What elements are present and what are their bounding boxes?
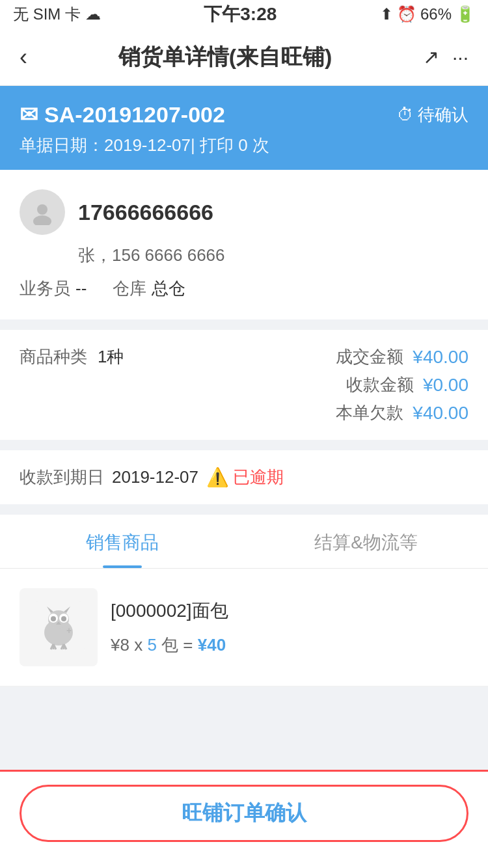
amount-row-0: 成交金额 ¥40.00 [336,346,468,368]
clock-icon: ⏱ [397,105,414,125]
overdue-icon: ⚠️ [206,467,229,488]
overdue-badge: ⚠️ 已逾期 [206,466,284,489]
overdue-text: 已逾期 [233,466,284,489]
battery-icon: 🔋 [455,5,475,23]
customer-phone: 17666666666 [78,200,213,225]
svg-point-10 [61,616,66,621]
product-type-label: 商品种类 [20,346,87,368]
sim-signal: 无 SIM 卡 ☁ [13,4,101,25]
status-left: 无 SIM 卡 ☁ [13,4,101,25]
tab-products[interactable]: 销售商品 [0,515,244,568]
product-section: + [0000002]面包 ¥8 x 5 包 = ¥40 [0,569,488,686]
amount-label-1: 收款金额 [346,373,414,396]
total-price: ¥40 [198,635,226,655]
amount-row-2: 本单欠款 ¥40.00 [336,401,468,424]
amount-value-1: ¥0.00 [423,375,468,396]
status-badge: ⏱ 待确认 [397,103,468,126]
amounts: 成交金额 ¥40.00 收款金额 ¥0.00 本单欠款 ¥40.00 [336,346,468,424]
svg-point-1 [33,215,51,225]
amount-label-2: 本单欠款 [336,401,403,424]
unit: 包 [161,635,178,655]
amount-value-0: ¥40.00 [413,347,468,368]
warehouse-item: 仓库 总仓 [113,277,185,300]
nav-actions: ↗ ··· [423,46,468,68]
quantity: 5 [147,635,156,655]
status-time: 下午3:28 [204,2,277,27]
due-label: 收款到期日 [20,466,104,489]
page-title: 销货单详情(来自旺铺) [118,42,332,72]
status-bar: 无 SIM 卡 ☁ 下午3:28 ⬆ ⏰ 66% 🔋 [0,0,488,29]
amount-row-1: 收款金额 ¥0.00 [346,373,468,396]
back-button[interactable]: ‹ [20,44,27,71]
location-icon: ⬆ [380,5,393,23]
product-thumbnail: + [20,588,98,666]
avatar [20,189,65,235]
unit-price: ¥8 [111,635,129,655]
warehouse-label: 仓库 [113,277,146,300]
tabs-section: 销售商品 结算&物流等 [0,515,488,569]
svg-point-0 [37,204,47,215]
equals-sign: = [183,635,197,655]
tab-settlement[interactable]: 结算&物流等 [244,515,488,568]
customer-section: 17666666666 张，156 6666 6666 业务员 -- 仓库 总仓 [0,170,488,319]
order-date: 单据日期：2019-12-07| 打印 0 次 [20,134,468,157]
bottom-button-container: 旺铺订单确认 [0,770,488,868]
salesman-label: 业务员 [20,277,70,300]
product-type-value: 1种 [98,346,124,368]
amount-value-2: ¥40.00 [413,403,468,424]
product-type: 商品种类 1种 [20,346,124,368]
summary-section: 商品种类 1种 成交金额 ¥40.00 收款金额 ¥0.00 本单欠款 ¥40.… [0,330,488,440]
salesman-item: 业务员 -- [20,277,87,300]
due-date-value: 2019-12-07 [112,467,198,487]
amount-label-0: 成交金额 [336,346,403,368]
customer-name: 张，156 6666 6666 [20,244,468,267]
customer-meta: 业务员 -- 仓库 总仓 [20,277,468,300]
svg-point-9 [51,616,56,621]
salesman-value: -- [75,278,87,299]
order-icon: ✉ [20,102,38,128]
warehouse-value: 总仓 [152,277,185,300]
product-name: [0000002]面包 [111,599,468,623]
product-item-0: + [0000002]面包 ¥8 x 5 包 = ¥40 [0,569,488,686]
more-button[interactable]: ··· [452,46,468,68]
multiply-sign: x [134,635,147,655]
product-price-line: ¥8 x 5 包 = ¥40 [111,634,468,657]
order-id: ✉ SA-20191207-002 [20,102,225,128]
product-info: [0000002]面包 ¥8 x 5 包 = ¥40 [111,588,468,666]
svg-text:+: + [66,625,72,636]
status-right: ⬆ ⏰ 66% 🔋 [380,5,475,23]
share-button[interactable]: ↗ [423,46,439,68]
order-header: ✉ SA-20191207-002 ⏱ 待确认 单据日期：2019-12-07|… [0,86,488,170]
alarm-icon: ⏰ [397,5,416,23]
due-section: 收款到期日 2019-12-07 ⚠️ 已逾期 [0,450,488,504]
nav-bar: ‹ 销货单详情(来自旺铺) ↗ ··· [0,29,488,86]
content: ✉ SA-20191207-002 ⏱ 待确认 单据日期：2019-12-07|… [0,86,488,868]
confirm-order-button[interactable]: 旺铺订单确认 [20,785,468,842]
battery: 66% [420,5,452,23]
